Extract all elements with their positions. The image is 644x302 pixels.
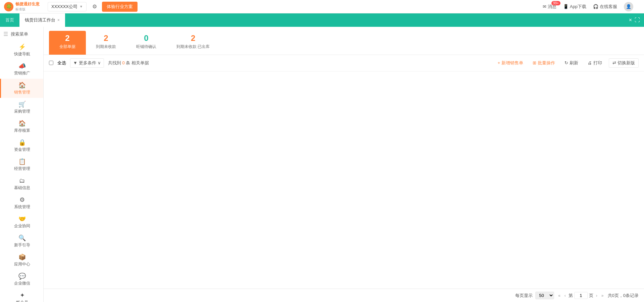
sidebar-item-app-center[interactable]: 📦 应用中心: [0, 251, 43, 270]
stat-tab-pending-confirm[interactable]: 0 旺铺待确认: [126, 31, 166, 55]
sidebar-item-enterprise[interactable]: 🤝 企业协同: [0, 213, 43, 232]
per-page-label: 每页显示: [515, 293, 533, 299]
app-download-label: App下载: [570, 4, 586, 10]
sidebar-item-sales[interactable]: 🏠 销售管理: [0, 79, 43, 98]
sidebar-item-inventory[interactable]: 🏠 库存核算: [0, 117, 43, 136]
company-selector[interactable]: XXXXXX公司 ▼: [48, 2, 87, 11]
online-service-label: 在线客服: [600, 4, 617, 10]
sidebar-item-finance[interactable]: 🔒 资金管理: [0, 136, 43, 155]
logo-sub-text: 标准版: [15, 7, 40, 11]
tab-close-icon[interactable]: ×: [57, 18, 60, 22]
first-page-button[interactable]: «: [557, 293, 562, 299]
print-icon: 🖨: [588, 60, 592, 65]
quick-nav-icon: ⚡: [18, 44, 26, 50]
member-label: 畅会员: [16, 300, 28, 302]
tab-workbench[interactable]: 钱货日清工作台 ×: [19, 13, 65, 27]
header-actions: ⚙ 体验行业方案: [90, 2, 138, 12]
industry-button[interactable]: 体验行业方案: [102, 2, 138, 12]
toolbar-right: + 新增销售单 ⊞ 批量操作 ↻ 刷新 🖨 打印 ⇄ 切换新版: [495, 58, 639, 68]
system-icon: ⚙: [19, 197, 25, 203]
member-icon: ✦: [20, 292, 25, 298]
guide-label: 新手引导: [14, 242, 30, 248]
stat-count-overdue-out: 2: [191, 34, 195, 43]
refresh-button[interactable]: ↻ 刷新: [562, 59, 581, 67]
stat-tab-overdue-out[interactable]: 2 到期未收款 已出库: [166, 31, 220, 55]
logo-main-text: 畅捷通好生意: [15, 2, 40, 7]
sidebar-item-guide[interactable]: 🔍 新手引导: [0, 232, 43, 251]
found-count-text: 共找到 0 条 相关单据: [108, 60, 149, 66]
sidebar-item-member[interactable]: ✦ 畅会员: [0, 289, 43, 302]
batch-icon: ⊞: [533, 60, 536, 65]
new-sale-label: 新增销售单: [501, 60, 523, 66]
system-label: 系统管理: [14, 204, 30, 210]
new-sale-button[interactable]: + 新增销售单: [495, 59, 526, 67]
window-close-icon[interactable]: ×: [629, 17, 632, 23]
finance-label: 资金管理: [14, 147, 30, 153]
inventory-label: 库存核算: [14, 128, 30, 133]
online-service-button[interactable]: 🎧 在线客服: [593, 4, 617, 10]
switch-version-button[interactable]: ⇄ 切换新版: [609, 58, 639, 68]
sales-icon: 🏠: [18, 82, 26, 88]
sidebar-item-marketing[interactable]: 📣 营销推广: [0, 60, 43, 79]
stat-count-overdue-payment: 2: [104, 34, 108, 43]
plus-icon: +: [497, 60, 500, 65]
stat-tab-all[interactable]: 2 全部单据: [49, 31, 86, 55]
sidebar-item-wechat[interactable]: 💬 企业微信: [0, 270, 43, 289]
sidebar-item-operations[interactable]: 📋 经营管理: [0, 155, 43, 174]
stat-label-overdue-payment: 到期未收款: [96, 44, 116, 50]
footer-pagination: 每页显示 50 100 200 « ‹ 第 页 › » 共0页，0条记录: [44, 289, 644, 302]
print-label: 打印: [593, 60, 602, 66]
per-page-select[interactable]: 50 100 200: [535, 292, 554, 299]
found-number: 0: [122, 60, 125, 65]
select-all-checkbox[interactable]: [49, 61, 53, 65]
tab-home[interactable]: 首页: [0, 13, 19, 27]
avatar[interactable]: 👤: [624, 2, 633, 11]
tab-bar: 首页 钱货日清工作台 × × ⛶: [0, 13, 644, 27]
stat-count-all: 2: [65, 34, 69, 43]
message-badge: 99+: [551, 1, 560, 5]
next-page-button[interactable]: ›: [595, 293, 599, 299]
message-icon: ✉: [543, 4, 546, 9]
sidebar-item-purchase[interactable]: 🛒 采购管理: [0, 98, 43, 117]
app-download-button[interactable]: 📱 App下载: [563, 4, 586, 10]
marketing-label: 营销推广: [14, 70, 30, 76]
found-suffix: 相关单据: [131, 60, 149, 65]
top-header: 🍀 畅捷通好生意 标准版 XXXXXX公司 ▼ ⚙ 体验行业方案 ✉ 消息 99…: [0, 0, 644, 13]
right-actions: ✉ 消息 99+ 📱 App下载 🎧 在线客服 👤: [543, 2, 640, 11]
stat-tab-overdue-payment[interactable]: 2 到期未收款: [86, 31, 126, 55]
settings-icon[interactable]: ⚙: [90, 2, 99, 11]
stats-tabs: 2 全部单据 2 到期未收款 0 旺铺待确认 2 到期未收款 已出库: [44, 27, 644, 55]
window-resize-icon[interactable]: ⛶: [635, 17, 640, 23]
sidebar-item-system[interactable]: ⚙ 系统管理: [0, 193, 43, 213]
sidebar-item-search-menu[interactable]: ☰ 搜索菜单: [0, 27, 43, 41]
page-number-input[interactable]: [574, 292, 588, 299]
total-info: 共0页，0条记录: [608, 293, 639, 299]
batch-operation-button[interactable]: ⊞ 批量操作: [530, 59, 558, 67]
table-area: [44, 71, 644, 289]
company-dropdown-icon: ▼: [79, 5, 83, 8]
toolbar: 全选 ▼ 更多条件 ∨ 共找到 0 条 相关单据 + 新增销售单 ⊞ 批量操作: [44, 55, 644, 71]
search-menu-label: 搜索菜单: [11, 31, 28, 37]
filter-button[interactable]: ▼ 更多条件 ∨: [70, 58, 104, 68]
guide-icon: 🔍: [18, 235, 26, 241]
switch-icon: ⇄: [612, 60, 616, 65]
app-center-label: 应用中心: [14, 261, 30, 267]
logo-text: 畅捷通好生意 标准版: [15, 2, 40, 11]
message-button[interactable]: ✉ 消息 99+: [543, 4, 556, 10]
last-page-button[interactable]: »: [600, 293, 605, 299]
refresh-label: 刷新: [570, 60, 578, 66]
prev-page-button[interactable]: ‹: [563, 293, 567, 299]
batch-op-label: 批量操作: [538, 60, 555, 66]
basic-info-icon: 🗂: [19, 178, 25, 184]
user-icon: 👤: [626, 4, 631, 9]
basic-info-label: 基础信息: [14, 185, 30, 191]
sidebar-item-quick-nav[interactable]: ⚡ 快捷导航: [0, 41, 43, 60]
stat-count-pending-confirm: 0: [144, 34, 148, 43]
stat-label-pending-confirm: 旺铺待确认: [136, 44, 156, 50]
sales-label: 销售管理: [14, 89, 30, 95]
print-button[interactable]: 🖨 打印: [585, 59, 605, 67]
logo-icon: 🍀: [4, 2, 13, 11]
search-menu-icon: ☰: [3, 31, 8, 37]
workbench-tab-label: 钱货日清工作台: [25, 17, 55, 23]
sidebar-item-basic-info[interactable]: 🗂 基础信息: [0, 174, 43, 193]
